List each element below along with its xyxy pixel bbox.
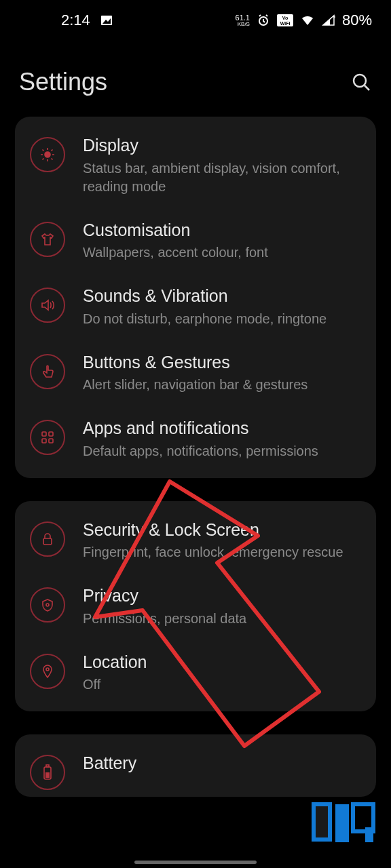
item-title: Sounds & Vibration bbox=[83, 285, 361, 307]
settings-item-customisation[interactable]: Customisation Wallpapers, accent colour,… bbox=[30, 219, 361, 262]
svg-rect-24 bbox=[365, 827, 373, 842]
status-bar: 2:14 61.1 KB/S VoWiFi x 80% bbox=[0, 0, 391, 41]
apps-icon bbox=[30, 420, 65, 455]
settings-item-security[interactable]: Security & Lock Screen Fingerprint, face… bbox=[30, 519, 361, 562]
status-battery: 80% bbox=[342, 12, 372, 29]
item-title: Display bbox=[83, 134, 361, 157]
shirt-icon bbox=[30, 222, 65, 257]
item-title: Battery bbox=[83, 752, 361, 774]
settings-item-battery[interactable]: Battery bbox=[30, 752, 361, 790]
shield-icon bbox=[30, 587, 65, 623]
svg-rect-21 bbox=[314, 804, 330, 840]
item-subtitle: Off bbox=[83, 675, 361, 694]
svg-rect-14 bbox=[49, 439, 53, 443]
item-title: Privacy bbox=[83, 585, 361, 607]
image-icon bbox=[100, 14, 113, 27]
alarm-icon bbox=[257, 14, 270, 27]
gesture-icon bbox=[30, 354, 65, 389]
svg-rect-12 bbox=[49, 432, 53, 436]
item-title: Customisation bbox=[83, 219, 361, 241]
settings-group: Display Status bar, ambient display, vis… bbox=[15, 117, 376, 478]
svg-rect-20 bbox=[45, 772, 50, 778]
svg-text:WiFi: WiFi bbox=[280, 21, 291, 26]
settings-item-sounds[interactable]: Sounds & Vibration Do not disturb, earph… bbox=[30, 285, 361, 328]
svg-point-17 bbox=[46, 668, 49, 671]
item-title: Buttons & Gestures bbox=[83, 351, 361, 374]
pin-icon bbox=[30, 654, 65, 689]
item-subtitle: Wallpapers, accent colour, font bbox=[83, 243, 361, 262]
svg-point-9 bbox=[354, 75, 366, 87]
svg-point-16 bbox=[46, 604, 49, 606]
settings-item-privacy[interactable]: Privacy Permissions, personal data bbox=[30, 585, 361, 628]
item-subtitle: Fingerprint, face unlock, emergency resc… bbox=[83, 543, 361, 561]
status-data-rate: 61.1 KB/S bbox=[236, 14, 250, 27]
item-subtitle: Permissions, personal data bbox=[83, 610, 361, 628]
settings-group: Battery bbox=[15, 734, 376, 797]
nav-indicator bbox=[134, 861, 257, 864]
item-subtitle: Do not disturb, earphone mode, ringtone bbox=[83, 310, 361, 328]
svg-rect-11 bbox=[42, 432, 46, 436]
svg-rect-15 bbox=[43, 538, 52, 545]
vowifi-icon: VoWiFi bbox=[277, 14, 293, 26]
settings-item-apps[interactable]: Apps and notifications Default apps, not… bbox=[30, 417, 361, 460]
item-subtitle: Status bar, ambient display, vision comf… bbox=[83, 159, 361, 196]
signal-icon: x bbox=[322, 14, 335, 26]
status-time: 2:14 bbox=[61, 12, 90, 29]
lock-icon bbox=[30, 521, 65, 557]
svg-point-10 bbox=[45, 152, 50, 157]
search-icon[interactable] bbox=[350, 71, 372, 93]
wifi-icon bbox=[300, 14, 315, 26]
settings-list[interactable]: Display Status bar, ambient display, vis… bbox=[0, 117, 391, 797]
svg-rect-13 bbox=[42, 439, 46, 443]
settings-header: Settings bbox=[0, 41, 391, 117]
battery-icon bbox=[30, 755, 65, 790]
item-title: Apps and notifications bbox=[83, 417, 361, 439]
item-subtitle: Default apps, notifications, permissions bbox=[83, 442, 361, 460]
speaker-icon bbox=[30, 288, 65, 323]
settings-item-display[interactable]: Display Status bar, ambient display, vis… bbox=[30, 134, 361, 196]
watermark-logo bbox=[308, 797, 383, 854]
settings-item-buttons[interactable]: Buttons & Gestures Alert slider, navigat… bbox=[30, 351, 361, 395]
settings-group: Security & Lock Screen Fingerprint, face… bbox=[15, 501, 376, 712]
item-title: Security & Lock Screen bbox=[83, 519, 361, 541]
svg-rect-19 bbox=[46, 765, 49, 767]
page-title: Settings bbox=[19, 68, 107, 96]
settings-item-location[interactable]: Location Off bbox=[30, 651, 361, 694]
brightness-icon bbox=[30, 137, 65, 172]
svg-text:x: x bbox=[333, 14, 335, 19]
item-subtitle: Alert slider, navigation bar & gestures bbox=[83, 376, 361, 394]
item-title: Location bbox=[83, 651, 361, 673]
svg-rect-22 bbox=[335, 804, 349, 842]
svg-text:Vo: Vo bbox=[282, 16, 288, 20]
